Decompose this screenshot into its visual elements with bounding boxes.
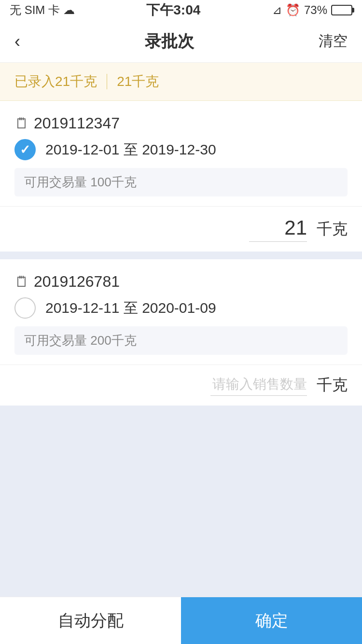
- clear-button[interactable]: 清空: [319, 31, 348, 51]
- status-time: 下午3:04: [146, 1, 200, 19]
- summary-label: 已录入21千克: [14, 72, 97, 91]
- quantity-input-row-2: 请输入销售数量 千克: [0, 364, 362, 406]
- sim-label: 无 SIM 卡 ☁: [10, 2, 75, 18]
- page-title: 录批次: [145, 30, 194, 53]
- batch-header-2: 🗒 2019126781: [14, 273, 348, 291]
- batch-avail-row-2: 可用交易量 200千克: [14, 326, 348, 364]
- quantity-value-1: 21: [284, 216, 307, 239]
- confirm-button[interactable]: 确定: [181, 597, 362, 644]
- batch-card-1: 🗒 2019112347 2019-12-01 至 2019-12-30 可用交…: [0, 101, 362, 206]
- radio-button-1[interactable]: [14, 139, 36, 160]
- empty-area: [0, 406, 362, 599]
- batch-card-2: 🗒 2019126781 2019-12-11 至 2020-01-09 可用交…: [0, 259, 362, 364]
- radio-button-2[interactable]: [14, 297, 36, 319]
- batch-id-2: 2019126781: [34, 273, 120, 291]
- auto-distribute-button[interactable]: 自动分配: [0, 597, 181, 644]
- batch-icon-1: 🗒: [14, 115, 29, 132]
- status-bar: 无 SIM 卡 ☁ 下午3:04 ⊿ ⏰ 73%: [0, 0, 362, 20]
- quantity-field-2[interactable]: 请输入销售数量: [210, 375, 307, 396]
- nav-bar: ‹ 录批次 清空: [0, 20, 362, 63]
- alarm-icon: ⏰: [286, 3, 300, 17]
- summary-value: 21千克: [117, 72, 159, 91]
- battery-icon: [331, 5, 352, 15]
- batch-id-1: 2019112347: [34, 114, 120, 132]
- status-right: ⊿ ⏰ 73%: [272, 3, 352, 17]
- bottom-bar: 自动分配 确定: [0, 597, 362, 644]
- status-left: 无 SIM 卡 ☁: [10, 2, 75, 18]
- batch-avail-1: 可用交易量 100千克: [14, 168, 348, 196]
- batch-icon-2: 🗒: [14, 274, 29, 290]
- summary-bar: 已录入21千克 21千克: [0, 63, 362, 101]
- batch-row-2: 2019-12-11 至 2020-01-09: [14, 297, 348, 319]
- batch-header-1: 🗒 2019112347: [14, 114, 348, 132]
- batch-row-1: 2019-12-01 至 2019-12-30: [14, 139, 348, 160]
- content-area: 🗒 2019112347 2019-12-01 至 2019-12-30 可用交…: [0, 101, 362, 644]
- quantity-row-1: 21 千克: [0, 206, 362, 252]
- batch-avail-2: 可用交易量 200千克: [14, 326, 348, 355]
- batch-avail-row-1: 可用交易量 100千克: [14, 168, 348, 206]
- quantity-unit-1: 千克: [317, 219, 348, 240]
- section-divider: [0, 252, 362, 259]
- batch-date-2: 2019-12-11 至 2020-01-09: [45, 298, 216, 318]
- back-button[interactable]: ‹: [14, 33, 20, 50]
- quantity-placeholder-2: 请输入销售数量: [212, 377, 307, 392]
- quantity-unit-2: 千克: [317, 375, 348, 396]
- location-icon: ⊿: [272, 3, 282, 17]
- batch-date-1: 2019-12-01 至 2019-12-30: [45, 140, 216, 160]
- battery-percent: 73%: [304, 3, 327, 17]
- quantity-input-1[interactable]: 21: [249, 216, 307, 242]
- summary-divider: [107, 74, 107, 89]
